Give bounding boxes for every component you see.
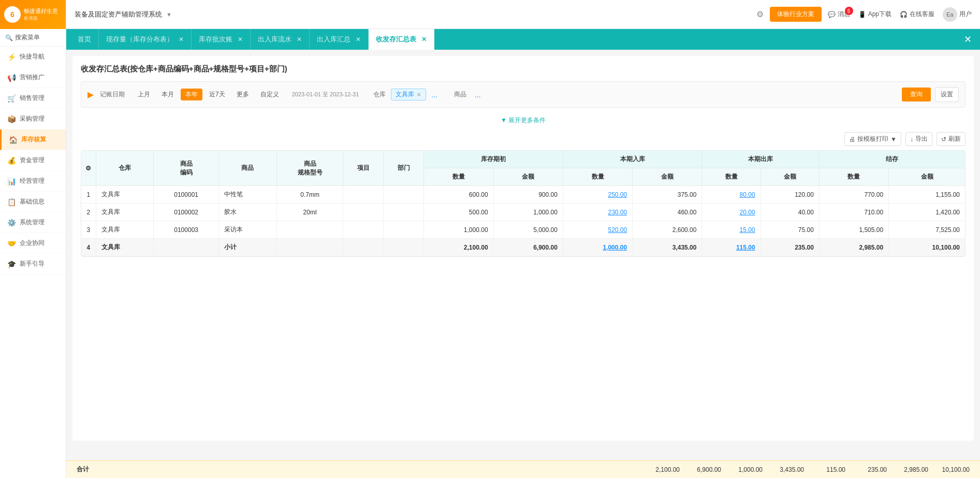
sidebar-item-purchase[interactable]: 📦 采购管理	[0, 109, 66, 129]
cell-out-qty[interactable]: 15.00	[702, 221, 760, 239]
cell-in-qty[interactable]: 230.00	[563, 204, 632, 221]
toolbar-right: 🖨 按模板打印 ▼ ↓ 导出 ↺ 刷新	[844, 132, 966, 146]
cell-init-amt: 900.00	[493, 186, 563, 204]
cell-code: 0100002	[154, 204, 219, 221]
cell-in-amt: 375.00	[633, 186, 702, 204]
app-download-btn[interactable]: 📱 App下载	[858, 10, 891, 19]
date-btn-this-month[interactable]: 本月	[157, 89, 179, 100]
goods-label: 商品	[454, 90, 466, 99]
sidebar-item-operation[interactable]: 📊 经营管理	[0, 171, 66, 192]
topbar-system: 装备及固定资产辅助管理系统 ▼	[75, 10, 750, 19]
th-group-out: 本期出库	[702, 151, 819, 168]
cell-dept	[384, 221, 424, 239]
sub-out-qty[interactable]: 115.00	[702, 239, 760, 256]
sidebar-item-newbie[interactable]: 🎓 新手引导	[0, 254, 66, 274]
print-btn[interactable]: 🖨 按模板打印 ▼	[844, 132, 901, 146]
goods-more[interactable]: ...	[475, 91, 481, 99]
expand-more-btn[interactable]: ▼ 展开更多条件	[81, 113, 966, 128]
tabs-bar: 首页 现存量（库存分布表） ✕ 库存批次账 ✕ 出入库流水 ✕ 出入库汇总 ✕ …	[66, 29, 980, 50]
close-tab-inout-summary[interactable]: ✕	[356, 36, 361, 43]
remove-warehouse-tag[interactable]: ✕	[416, 91, 421, 98]
tab-recv-send-summary[interactable]: 收发存汇总表 ✕	[369, 29, 434, 50]
th-group-initial: 库存期初	[424, 151, 563, 168]
tab-inout-flow[interactable]: 出入库流水 ✕	[251, 29, 310, 50]
cell-goods: 胶水	[219, 204, 277, 221]
sub-dept	[384, 239, 424, 256]
cell-out-qty[interactable]: 80.00	[702, 186, 760, 204]
cell-end-qty: 770.00	[819, 186, 888, 204]
sidebar: 6 畅捷通好生意 标准版 🔍 搜索菜单 ⚡ 快捷导航 📢 营销推广 🛒 销售管理…	[0, 0, 66, 478]
tab-stock-dist[interactable]: 现存量（库存分布表） ✕	[99, 29, 192, 50]
refresh-btn[interactable]: ↺ 刷新	[937, 132, 966, 146]
topbar-dropdown[interactable]: ▼	[166, 11, 172, 18]
cell-in-amt: 460.00	[633, 204, 702, 221]
filter-expand-icon[interactable]: ▶	[87, 90, 94, 99]
settings-icon[interactable]: ⚙	[756, 9, 764, 19]
finance-icon: 💰	[7, 156, 16, 165]
cell-in-qty[interactable]: 520.00	[563, 221, 632, 239]
tab-home[interactable]: 首页	[70, 29, 99, 50]
date-btn-7days[interactable]: 近7天	[204, 89, 230, 100]
cell-spec: 0.7mm	[276, 186, 343, 204]
footer-in-amt: 3,435.00	[763, 466, 804, 473]
sidebar-item-finance[interactable]: 💰 资金管理	[0, 150, 66, 171]
sidebar-logo: 6 畅捷通好生意 标准版	[0, 0, 66, 29]
date-btn-more[interactable]: 更多	[232, 89, 254, 100]
experience-btn[interactable]: 体验行业方案	[770, 7, 822, 22]
th-init-amt: 金额	[493, 168, 563, 186]
th-spec: 商品规格型号	[276, 151, 343, 186]
sidebar-item-marketing[interactable]: 📢 营销推广	[0, 67, 66, 88]
sidebar-nav: ⚡ 快捷导航 📢 营销推广 🛒 销售管理 📦 采购管理 🏠 库存核算 💰 资金管…	[0, 47, 66, 478]
date-btn-custom[interactable]: 自定义	[256, 89, 284, 100]
close-tab-stock-dist[interactable]: ✕	[179, 36, 184, 43]
sub-label: 小计	[219, 239, 277, 256]
cell-no: 3	[81, 221, 96, 239]
warehouse-more[interactable]: ...	[431, 91, 437, 99]
export-icon: ↓	[910, 136, 913, 143]
cell-in-amt: 2,600.00	[633, 221, 702, 239]
sidebar-item-system[interactable]: ⚙️ 系统管理	[0, 212, 66, 233]
topbar-right: 💬 消息 6 📱 App下载 🎧 在线客服 Ea 用户	[828, 7, 972, 22]
query-button[interactable]: 查询	[902, 88, 931, 102]
phone-icon: 📱	[858, 11, 866, 18]
export-btn[interactable]: ↓ 导出	[905, 132, 932, 146]
message-badge: 6	[845, 7, 853, 15]
cell-out-qty[interactable]: 20.00	[702, 204, 760, 221]
th-settings-icon[interactable]: ⚙	[81, 151, 96, 186]
sidebar-item-inventory[interactable]: 🏠 库存核算	[0, 129, 66, 150]
close-all-tabs[interactable]: ✕	[960, 34, 976, 45]
sub-in-qty[interactable]: 1,000.00	[563, 239, 632, 256]
headset-icon: 🎧	[900, 11, 908, 18]
table-row: 3 文具库 0100003 采访本 1,000.00 5,000.00 520.…	[81, 221, 965, 239]
inventory-icon: 🏠	[9, 136, 17, 144]
logo-icon: 6	[4, 6, 21, 23]
cell-spec	[276, 221, 343, 239]
date-btn-last-month[interactable]: 上月	[133, 89, 155, 100]
setting-button[interactable]: 设置	[935, 87, 959, 102]
tab-batch[interactable]: 库存批次账 ✕	[192, 29, 251, 50]
warehouse-tag[interactable]: 文具库 ✕	[391, 89, 426, 100]
close-tab-inout-flow[interactable]: ✕	[297, 36, 302, 43]
sidebar-search[interactable]: 🔍 搜索菜单	[0, 29, 66, 47]
close-tab-batch[interactable]: ✕	[238, 36, 243, 43]
th-dept: 部门	[384, 151, 424, 186]
quick-nav-icon: ⚡	[7, 53, 16, 61]
th-out-qty: 数量	[702, 168, 760, 186]
main-content: 装备及固定资产辅助管理系统 ▼ ⚙ 体验行业方案 💬 消息 6 📱 App下载 …	[66, 0, 980, 478]
date-btn-this-year[interactable]: 本年	[181, 89, 202, 100]
sidebar-item-corp[interactable]: 🤝 企业协同	[0, 233, 66, 254]
th-group-end: 结存	[819, 151, 965, 168]
user-profile-btn[interactable]: Ea 用户	[943, 7, 972, 22]
tab-inout-summary[interactable]: 出入库汇总 ✕	[310, 29, 369, 50]
topbar: 装备及固定资产辅助管理系统 ▼ ⚙ 体验行业方案 💬 消息 6 📱 App下载 …	[66, 0, 980, 29]
message-btn[interactable]: 💬 消息 6	[828, 10, 850, 19]
filter-actions: 查询 设置	[902, 87, 959, 102]
sidebar-item-sales[interactable]: 🛒 销售管理	[0, 88, 66, 109]
online-service-btn[interactable]: 🎧 在线客服	[900, 10, 934, 19]
sidebar-item-quick-nav[interactable]: ⚡ 快捷导航	[0, 47, 66, 67]
close-tab-recv-send[interactable]: ✕	[421, 36, 427, 43]
sidebar-item-basic[interactable]: 📋 基础信息	[0, 192, 66, 212]
logo-text: 畅捷通好生意 标准版	[24, 7, 58, 22]
cell-in-qty[interactable]: 250.00	[563, 186, 632, 204]
th-goods: 商品	[219, 151, 277, 186]
